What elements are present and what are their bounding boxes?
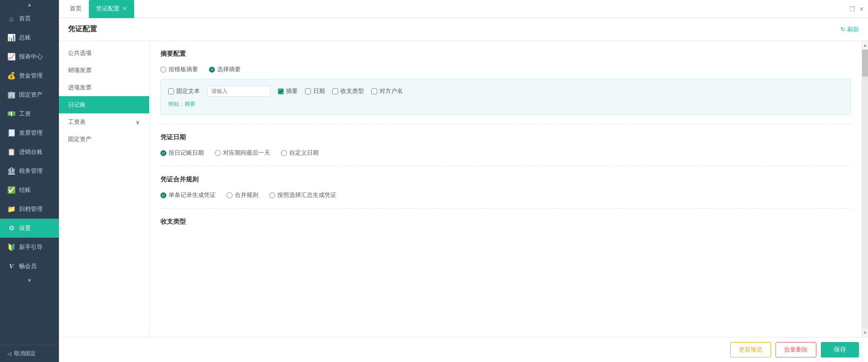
- refresh-button[interactable]: ↻ 刷新: [840, 25, 859, 34]
- sidebar-item-reports[interactable]: 📈 报表中心: [0, 47, 59, 66]
- radio-select[interactable]: 选择摘要: [209, 65, 241, 73]
- page-content: 凭证配置 ↻ 刷新 公共选项 销项发票 进项发票 日记账: [59, 18, 868, 362]
- checkbox-income-type[interactable]: 收支类型: [332, 87, 364, 95]
- left-nav-payroll[interactable]: 工资表 ∨: [59, 113, 149, 131]
- radio-template-input[interactable]: [160, 67, 166, 73]
- radio-group-merge-input[interactable]: [269, 192, 275, 198]
- checkbox-fixed-text-input[interactable]: [168, 88, 174, 94]
- checkbox-date[interactable]: 日期: [305, 87, 325, 95]
- left-nav-public-label: 公共选项: [68, 49, 92, 57]
- pin-icon: ◁: [7, 351, 11, 357]
- summary-text-input[interactable]: [207, 86, 271, 97]
- radio-custom-date-input[interactable]: [281, 150, 287, 156]
- journal-date-label: 按日记账日期: [169, 149, 204, 157]
- sidebar-item-label: 归档管理: [19, 205, 43, 213]
- sales-ledger-icon: 📋: [7, 148, 15, 156]
- merge-label: 合并规则: [235, 191, 258, 199]
- summary-config-section: 摘要配置 按模板摘要 选择摘要: [160, 50, 851, 124]
- sidebar-item-label: 发票管理: [19, 129, 43, 137]
- sidebar-item-guide[interactable]: 🔰 新手引导: [0, 238, 59, 257]
- page-header: 凭证配置 ↻ 刷新: [59, 18, 868, 41]
- tab-voucher-config[interactable]: 凭证配置 ✕: [89, 0, 134, 18]
- checkbox-summary[interactable]: 摘要: [278, 87, 298, 95]
- checkbox-counterparty-input[interactable]: [371, 88, 377, 94]
- sidebar-item-fixed-assets[interactable]: 🏢 固定资产: [0, 85, 59, 104]
- date-label: 日期: [313, 87, 325, 95]
- save-button[interactable]: 保存: [821, 342, 859, 357]
- maximize-icon[interactable]: ✕: [859, 5, 864, 13]
- sidebar-item-settings[interactable]: ⚙ 设置: [0, 219, 59, 238]
- example-text: 例如：摘要: [168, 100, 843, 108]
- sidebar-item-tax-mgmt[interactable]: 🏦 税务管理: [0, 161, 59, 181]
- radio-select-input[interactable]: [209, 67, 215, 73]
- sidebar-scroll-down[interactable]: ▼: [0, 276, 59, 285]
- sidebar-item-sales-ledger[interactable]: 📋 进销台账: [0, 142, 59, 161]
- sidebar-scroll-up[interactable]: ▲: [0, 0, 59, 9]
- radio-template-label: 按模板摘要: [169, 65, 198, 73]
- wages-icon: 💵: [7, 110, 15, 118]
- radio-journal-date-input[interactable]: [160, 150, 166, 156]
- custom-date-label: 自定义日期: [289, 149, 319, 157]
- checkbox-income-type-input[interactable]: [332, 88, 338, 94]
- summary-checkbox-row: 固定文本 摘要 日期: [168, 86, 843, 97]
- sidebar-item-label: 设置: [19, 224, 31, 232]
- tab-close-icon[interactable]: ✕: [122, 5, 127, 12]
- income-type-title: 收支类型: [160, 218, 851, 226]
- sidebar-item-label: 总账: [19, 34, 31, 42]
- radio-last-day-input[interactable]: [215, 150, 221, 156]
- sidebar-item-label: 首页: [19, 15, 31, 23]
- sidebar-item-member[interactable]: V 畅会员: [0, 257, 59, 276]
- left-nav-public[interactable]: 公共选项: [59, 44, 149, 62]
- tab-voucher-config-label: 凭证配置: [96, 5, 120, 13]
- outer-scrollbar[interactable]: ▲ ▼: [862, 41, 868, 337]
- sidebar-item-home[interactable]: ⌂ 首页: [0, 9, 59, 28]
- sidebar-cancel-pin[interactable]: ◁ 取消固定: [0, 345, 59, 362]
- sidebar-item-invoice-mgmt[interactable]: 🧾 发票管理: [0, 123, 59, 142]
- left-nav-fixed-assets[interactable]: 固定资产: [59, 131, 149, 148]
- checkbox-date-input[interactable]: [305, 88, 311, 94]
- batch-delete-button[interactable]: 批量删除: [776, 342, 816, 357]
- radio-journal-date[interactable]: 按日记账日期: [160, 149, 204, 157]
- tab-bar-right: ❐ ✕: [849, 5, 864, 13]
- checkbox-fixed-text[interactable]: 固定文本: [168, 87, 200, 95]
- radio-single[interactable]: 单条记录生成凭证: [160, 191, 216, 199]
- radio-custom-date[interactable]: 自定义日期: [281, 149, 319, 157]
- sidebar-item-label: 工资: [19, 110, 31, 118]
- radio-merge[interactable]: 合并规则: [227, 191, 258, 199]
- income-type-label: 收支类型: [340, 87, 364, 95]
- tab-home[interactable]: 首页: [63, 0, 89, 18]
- radio-merge-input[interactable]: [227, 192, 233, 198]
- voucher-date-title: 凭证日期: [160, 133, 851, 142]
- checkbox-summary-input[interactable]: [278, 88, 284, 94]
- sidebar-item-funds[interactable]: 💰 资金管理: [0, 66, 59, 85]
- scroll-down-btn[interactable]: ▼: [862, 328, 868, 337]
- summary-config-title: 摘要配置: [160, 50, 851, 58]
- cancel-pin-label: 取消固定: [14, 350, 36, 357]
- left-nav-journal[interactable]: 日记账: [59, 96, 149, 113]
- sidebar-item-wages[interactable]: 💵 工资: [0, 104, 59, 123]
- radio-single-input[interactable]: [160, 192, 166, 198]
- scroll-up-btn[interactable]: ▲: [862, 41, 868, 49]
- counterparty-label: 对方户名: [379, 87, 403, 95]
- scroll-thumb[interactable]: [862, 49, 868, 77]
- fixed-text-label: 固定文本: [176, 87, 200, 95]
- radio-last-day[interactable]: 对应期间最后一天: [215, 149, 270, 157]
- left-nav-sales-invoice[interactable]: 销项发票: [59, 62, 149, 79]
- voucher-date-section: 凭证日期 按日记账日期 对应期间最后一天 自定义日期: [160, 133, 851, 166]
- radio-template[interactable]: 按模板摘要: [160, 65, 198, 73]
- sidebar-item-label: 进销台账: [19, 148, 43, 156]
- sidebar-item-settlement[interactable]: ✅ 结账: [0, 181, 59, 200]
- left-nav-sales-invoice-label: 销项发票: [68, 66, 92, 74]
- radio-group-merge[interactable]: 按照选择汇总生成凭证: [269, 191, 336, 199]
- sidebar-item-label: 固定资产: [19, 91, 43, 99]
- right-panel: 摘要配置 按模板摘要 选择摘要: [150, 41, 862, 337]
- left-nav-journal-label: 日记账: [68, 101, 86, 109]
- sidebar-item-archive[interactable]: 📁 归档管理: [0, 200, 59, 219]
- left-nav-purchase-invoice[interactable]: 进项发票: [59, 79, 149, 96]
- update-preview-button[interactable]: 更新预览: [730, 342, 771, 357]
- sidebar-item-ledger[interactable]: 📊 总账: [0, 28, 59, 47]
- sidebar-item-label: 新手引导: [19, 243, 43, 251]
- checkbox-counterparty[interactable]: 对方户名: [371, 87, 403, 95]
- tax-icon: 🏦: [7, 167, 15, 175]
- restore-icon[interactable]: ❐: [849, 5, 855, 13]
